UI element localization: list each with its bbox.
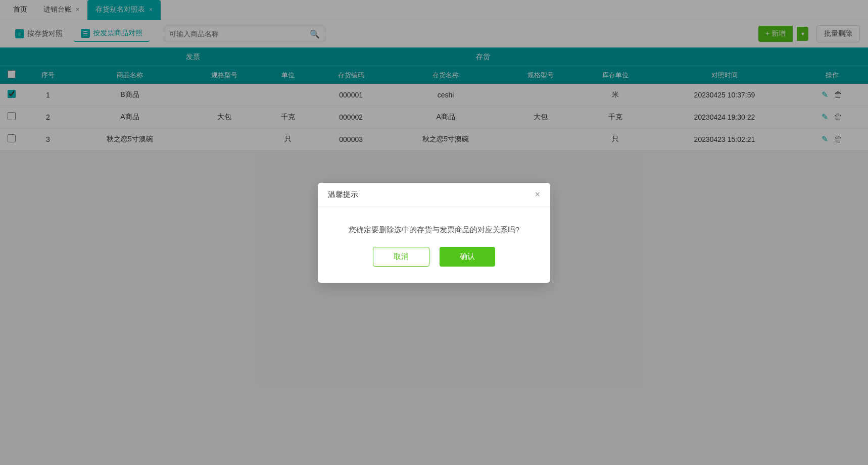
- modal-overlay: 温馨提示 × 您确定要删除选中的存货与发票商品的对应关系吗? 取消 确认: [0, 0, 868, 150]
